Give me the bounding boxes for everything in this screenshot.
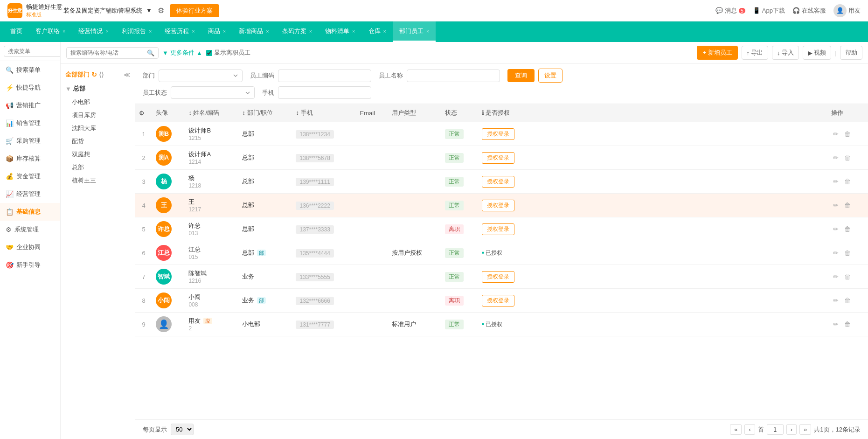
nav-tab-客户联络[interactable]: 客户联络 × — [29, 21, 72, 42]
edit-button[interactable]: ✏ — [831, 272, 840, 281]
nav-tab-仓库[interactable]: 仓库 × — [362, 21, 393, 42]
dept-item[interactable]: 沈阳大库 — [61, 122, 135, 135]
auth-button[interactable]: 授权登录 — [482, 200, 514, 211]
col-settings[interactable]: ⚙ — [135, 104, 152, 122]
sidebar-item-搜索菜单[interactable]: 🔍搜索菜单 — [0, 61, 60, 79]
search-input[interactable] — [70, 49, 145, 56]
delete-button[interactable]: 🗑 — [842, 320, 853, 329]
add-employee-button[interactable]: + 新增员工 — [697, 46, 737, 60]
edit-button[interactable]: ✏ — [831, 129, 840, 139]
edit-button[interactable]: ✏ — [831, 320, 840, 329]
nav-tab-首页[interactable]: 首页 — [4, 21, 29, 42]
refresh-icon[interactable]: ↻ — [91, 71, 97, 78]
edit-button[interactable]: ✏ — [831, 201, 840, 210]
nav-tab-部门员工[interactable]: 部门员工 × — [393, 21, 436, 42]
nav-tab-物料清单[interactable]: 物料清单 × — [319, 21, 361, 42]
user-area[interactable]: 👤 用友 — [833, 4, 861, 17]
sidebar-item-营销推广[interactable]: 📢营销推广 — [0, 97, 60, 114]
collapse-panel-icon[interactable]: ≪ — [124, 71, 130, 78]
app-download-button[interactable]: 📱 App下载 — [753, 7, 785, 15]
view-button[interactable]: ▶ 视频 — [803, 46, 831, 60]
tab-close-icon[interactable]: × — [383, 28, 386, 34]
per-page-select[interactable]: 50 — [171, 424, 194, 435]
nav-tab-经营情况[interactable]: 经营情况 × — [72, 21, 115, 42]
auth-button[interactable]: 授权登录 — [482, 271, 514, 283]
dept-item[interactable]: 双庭想 — [61, 148, 135, 161]
phone-input[interactable] — [278, 86, 371, 99]
dept-item[interactable]: 总部 — [61, 161, 135, 174]
nav-tab-利润报告[interactable]: 利润报告 × — [115, 21, 158, 42]
sidebar-item-库存核算[interactable]: 📦库存核算 — [0, 150, 60, 167]
first-page-button[interactable]: « — [730, 424, 742, 435]
show-resigned-checkbox[interactable]: 显示离职员工 — [206, 49, 250, 57]
dept-item[interactable]: 配货 — [61, 135, 135, 148]
edit-button[interactable]: ✏ — [831, 248, 840, 258]
sidebar-item-新手引导[interactable]: 🎯新手引导 — [0, 256, 60, 274]
tab-close-icon[interactable]: × — [266, 28, 269, 34]
last-page-button[interactable]: » — [799, 424, 811, 435]
dept-item[interactable]: 小电部 — [61, 96, 135, 109]
dept-item[interactable]: 项目库房 — [61, 109, 135, 122]
edit-button[interactable]: ✏ — [831, 224, 840, 234]
sidebar-item-销售管理[interactable]: 📊销售管理 — [0, 114, 60, 132]
set-button[interactable]: 设置 — [538, 69, 562, 83]
more-filters-button[interactable]: ▼ 更多条件 ▲ — [162, 49, 202, 57]
settings-button[interactable]: ⚙ — [156, 4, 166, 17]
tab-close-icon[interactable]: × — [62, 28, 65, 34]
tab-close-icon[interactable]: × — [223, 28, 226, 34]
tab-close-icon[interactable]: × — [309, 28, 312, 34]
emp-name-input[interactable] — [407, 70, 500, 82]
edit-button[interactable]: ✏ — [831, 296, 840, 305]
sidebar-search-input[interactable] — [4, 46, 61, 57]
delete-button[interactable]: 🗑 — [842, 296, 853, 305]
delete-button[interactable]: 🗑 — [842, 177, 853, 186]
nav-tab-商品[interactable]: 商品 × — [201, 21, 232, 42]
delete-button[interactable]: 🗑 — [842, 153, 853, 162]
tab-close-icon[interactable]: × — [149, 28, 152, 34]
search-button[interactable]: 查询 — [507, 69, 535, 82]
next-page-button[interactable]: › — [786, 424, 797, 435]
auth-button[interactable]: 授权登录 — [482, 295, 514, 307]
col-dept[interactable]: ↕ 部门/职位 — [238, 104, 292, 122]
auth-button[interactable]: 授权登录 — [482, 128, 514, 140]
delete-button[interactable]: 🗑 — [842, 201, 853, 210]
sidebar-item-快捷导航[interactable]: ⚡快捷导航 — [0, 79, 60, 97]
edit-button[interactable]: ✏ — [831, 177, 840, 186]
auth-button[interactable]: 授权登录 — [482, 152, 514, 164]
tab-close-icon[interactable]: × — [426, 28, 429, 34]
auth-button[interactable]: 授权登录 — [482, 176, 514, 188]
sidebar-item-系统管理[interactable]: ⚙系统管理 — [0, 221, 60, 238]
auth-button[interactable]: 授权登录 — [482, 223, 514, 235]
edit-button[interactable]: ✏ — [831, 153, 840, 162]
import-button[interactable]: ↓ 导入 — [772, 46, 799, 60]
dept-item[interactable]: 植树王三 — [61, 174, 135, 187]
system-title-arrow[interactable]: ▼ — [146, 7, 152, 14]
help-button[interactable]: 帮助 — [840, 46, 862, 60]
col-phone[interactable]: ↕ 手机 — [292, 104, 356, 122]
sidebar-item-资金管理[interactable]: 💰资金管理 — [0, 167, 60, 185]
sidebar-item-经营管理[interactable]: 📈经营管理 — [0, 185, 60, 203]
trial-button[interactable]: 体验行业方案 — [170, 4, 219, 17]
message-button[interactable]: 💬 消息 5 — [715, 7, 745, 15]
sidebar-item-采购管理[interactable]: 🛒采购管理 — [0, 132, 60, 150]
delete-button[interactable]: 🗑 — [842, 248, 853, 258]
tab-close-icon[interactable]: × — [105, 28, 108, 34]
emp-code-input[interactable] — [278, 70, 371, 82]
tab-close-icon[interactable]: × — [352, 28, 355, 34]
nav-tab-新增商品[interactable]: 新增商品 × — [232, 21, 275, 42]
delete-button[interactable]: 🗑 — [842, 272, 853, 281]
sidebar-item-基础信息[interactable]: 📋基础信息 — [0, 203, 60, 221]
col-name[interactable]: ↕ 姓名/编码 — [185, 104, 238, 122]
nav-tab-条码方案[interactable]: 条码方案 × — [276, 21, 319, 42]
prev-page-button[interactable]: ‹ — [744, 424, 755, 435]
delete-button[interactable]: 🗑 — [842, 224, 853, 234]
emp-status-select[interactable] — [171, 86, 255, 99]
online-service-button[interactable]: 🎧 在线客服 — [792, 7, 826, 15]
dept-item[interactable]: ▼总部 — [61, 82, 135, 96]
sidebar-item-企业协同[interactable]: 🤝企业协同 — [0, 238, 60, 256]
delete-button[interactable]: 🗑 — [842, 129, 853, 139]
export-button[interactable]: ↑ 导出 — [742, 46, 769, 60]
tab-close-icon[interactable]: × — [192, 28, 194, 34]
dept-select[interactable] — [159, 70, 243, 82]
page-number-input[interactable] — [767, 424, 784, 435]
